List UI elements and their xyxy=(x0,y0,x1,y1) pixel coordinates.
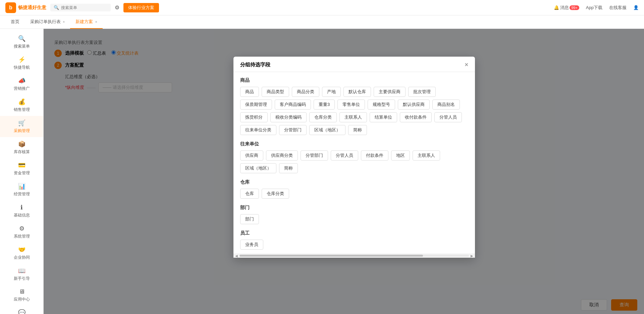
sidebar-item-marketing[interactable]: 📣 营销推广 xyxy=(0,74,43,95)
search-sidebar-icon: 🔍 xyxy=(18,35,25,42)
sales-icon: 💰 xyxy=(18,98,25,106)
tab-new-plan-label: 新建方案 xyxy=(75,19,93,25)
modal-title: 分组待选字段 xyxy=(240,62,270,68)
field-tag[interactable]: 简称 xyxy=(348,125,367,135)
field-tag[interactable]: 分管部门 xyxy=(301,150,328,161)
field-tag[interactable]: 区域（地区） xyxy=(309,125,345,135)
field-tag[interactable]: 商品别名 xyxy=(432,100,460,110)
scroll-left-arrow[interactable]: ◀ xyxy=(234,254,239,258)
tab-bar: 首页 采购订单执行表 × 新建方案 × xyxy=(0,15,644,29)
sidebar-item-finance[interactable]: 💳 资金管理 xyxy=(0,158,43,179)
experience-btn[interactable]: 体验行业方案 xyxy=(123,3,159,12)
field-tag[interactable]: 简称 xyxy=(279,163,298,173)
sidebar-item-sales[interactable]: 💰 销售管理 xyxy=(0,95,43,116)
modal-body[interactable]: 商品 商品 商品类型 商品分类 产地 默认仓库 主要供应商 批次管理 保质期管理… xyxy=(233,72,475,254)
sidebar-item-purchase[interactable]: 🛒 采购管理 xyxy=(0,116,43,137)
sidebar-item-system[interactable]: ⚙ 系统管理 xyxy=(0,222,43,243)
sidebar-item-management[interactable]: 📊 经营管理 xyxy=(0,179,43,200)
field-tag[interactable]: 仓库分类 xyxy=(309,112,337,122)
field-tag[interactable]: 供应商 xyxy=(240,150,263,161)
tab-purchase-label: 采购订单执行表 xyxy=(30,19,61,25)
section-partner: 往来单位 供应商 供应商分类 分管部门 分管人员 付款条件 地区 主联系人 区域… xyxy=(240,141,468,173)
field-tag[interactable]: 主联系人 xyxy=(413,150,440,161)
field-tag[interactable]: 部门 xyxy=(240,214,259,224)
gear-btn[interactable]: ⚙ xyxy=(115,4,119,11)
field-tag[interactable]: 仓库分类 xyxy=(262,189,289,199)
field-tag[interactable]: 商品类型 xyxy=(262,87,289,97)
field-tag[interactable]: 付款条件 xyxy=(361,150,388,161)
field-tag[interactable]: 分管人员 xyxy=(434,112,462,122)
field-tag[interactable]: 税收分类编码 xyxy=(270,112,307,122)
field-tag[interactable]: 仓库 xyxy=(240,189,259,199)
tab-home[interactable]: 首页 xyxy=(5,15,25,29)
main-layout: 🔍 搜索菜单 ⚡ 快捷导航 📣 营销推广 💰 销售管理 🛒 采购管理 📦 库存核… xyxy=(0,29,644,314)
field-tag[interactable]: 客户商品编码 xyxy=(275,100,311,110)
employee-field-grid: 业务员 xyxy=(240,240,468,250)
section-goods: 商品 商品 商品类型 商品分类 产地 默认仓库 主要供应商 批次管理 保质期管理… xyxy=(240,77,468,135)
field-tag[interactable]: 分管人员 xyxy=(331,150,358,161)
sidebar-item-enterprise[interactable]: 🤝 企业协同 xyxy=(0,243,43,264)
notification-area[interactable]: 🔔 消息99+ xyxy=(554,5,579,11)
guide-icon: 📖 xyxy=(18,267,25,274)
scroll-track xyxy=(239,255,469,257)
field-tag[interactable]: 默认供应商 xyxy=(398,100,430,110)
app-download-link[interactable]: App下载 xyxy=(586,5,602,11)
sidebar-inventory-label: 库存核算 xyxy=(14,149,30,155)
section-department-title: 部门 xyxy=(240,205,468,211)
enterprise-icon: 🤝 xyxy=(18,246,25,253)
field-tag[interactable]: 地区 xyxy=(391,150,410,161)
field-tag[interactable]: 商品分类 xyxy=(292,87,319,97)
sidebar-system-label: 系统管理 xyxy=(14,234,30,239)
modal-horizontal-scrollbar[interactable]: ◀ ▶ xyxy=(233,254,475,258)
field-tag[interactable]: 业务员 xyxy=(240,240,263,250)
modal-close-btn[interactable]: × xyxy=(465,61,468,68)
section-goods-title: 商品 xyxy=(240,77,468,83)
field-tag[interactable]: 收付款条件 xyxy=(400,112,432,122)
field-tag[interactable]: 重量3 xyxy=(314,100,335,110)
field-tag[interactable]: 默认仓库 xyxy=(343,87,371,97)
notification-badge: 99+ xyxy=(570,5,579,10)
goods-field-grid: 商品 商品类型 商品分类 产地 默认仓库 主要供应商 批次管理 保质期管理 客户… xyxy=(240,87,468,135)
sidebar-item-search[interactable]: 🔍 搜索菜单 xyxy=(0,32,43,53)
search-input[interactable] xyxy=(61,5,101,10)
field-tag[interactable]: 结算单位 xyxy=(370,112,397,122)
field-tag[interactable]: 主要供应商 xyxy=(374,87,406,97)
tab-new-plan-close[interactable]: × xyxy=(95,20,97,24)
sidebar-item-guide[interactable]: 📖 新手引导 xyxy=(0,264,43,285)
field-tag[interactable]: 往来单位分类 xyxy=(240,125,276,135)
logo-area: b 畅捷通好生意 xyxy=(5,2,46,13)
tab-purchase-close[interactable]: × xyxy=(63,20,65,24)
sidebar-item-quick-nav[interactable]: ⚡ 快捷导航 xyxy=(0,53,43,74)
warehouse-field-grid: 仓库 仓库分类 xyxy=(240,189,468,199)
field-tag[interactable]: 分管部门 xyxy=(279,125,307,135)
sidebar-sales-label: 销售管理 xyxy=(14,107,30,113)
field-tag[interactable]: 区域（地区） xyxy=(240,163,276,173)
online-service-link[interactable]: 在线客服 xyxy=(609,5,627,11)
basic-info-icon: ℹ xyxy=(20,204,23,211)
sidebar-guide-label: 新手引导 xyxy=(14,276,30,281)
sidebar-item-inventory[interactable]: 📦 库存核算 xyxy=(0,137,43,158)
tab-new-plan[interactable]: 新建方案 × xyxy=(70,15,102,29)
field-tag[interactable]: 商品 xyxy=(240,87,259,97)
sidebar-item-basic-info[interactable]: ℹ 基础信息 xyxy=(0,200,43,222)
sidebar-purchase-label: 采购管理 xyxy=(14,128,30,134)
field-tag[interactable]: 供应商分类 xyxy=(266,150,298,161)
sidebar-management-label: 经营管理 xyxy=(14,191,30,197)
field-tag[interactable]: 保质期管理 xyxy=(240,100,272,110)
field-tag[interactable]: 主联系人 xyxy=(339,112,367,122)
scroll-right-arrow[interactable]: ▶ xyxy=(470,254,474,258)
top-bar-right: 🔔 消息99+ App下载 在线客服 👤 xyxy=(554,5,639,11)
tab-purchase-list[interactable]: 采购订单执行表 × xyxy=(25,15,70,29)
user-avatar[interactable]: 👤 xyxy=(633,5,639,10)
section-department: 部门 部门 xyxy=(240,205,468,224)
section-partner-title: 往来单位 xyxy=(240,141,468,147)
sidebar: 🔍 搜索菜单 ⚡ 快捷导航 📣 营销推广 💰 销售管理 🛒 采购管理 📦 库存核… xyxy=(0,29,44,314)
field-tag[interactable]: 规格型号 xyxy=(368,100,395,110)
field-tag[interactable]: 零售单位 xyxy=(337,100,365,110)
scroll-thumb xyxy=(239,255,423,257)
sidebar-search-label: 搜索菜单 xyxy=(14,44,30,49)
field-tag[interactable]: 产地 xyxy=(322,87,341,97)
field-tag[interactable]: 批次管理 xyxy=(408,87,436,97)
field-tag[interactable]: 拣货积分 xyxy=(240,112,268,122)
search-bar[interactable]: 🔍 xyxy=(50,4,111,11)
